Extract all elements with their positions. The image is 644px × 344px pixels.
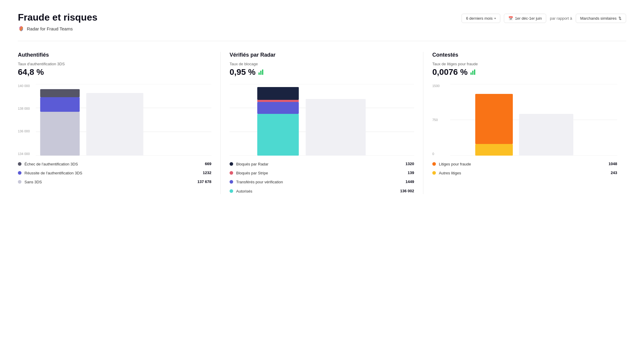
page-title: Fraude et risques: [18, 12, 97, 23]
legend-verifies: Bloqués par Radar 1320 Bloqués par Strip…: [230, 162, 414, 194]
y-label-4: 134 000: [18, 152, 34, 156]
legend-dot-autres-litiges: [432, 171, 436, 175]
chart-svg-verifies: [230, 84, 414, 156]
legend-label-autorises: Autorisés: [236, 189, 396, 194]
legend-item-echec: Échec de l'authentification 3DS 669: [18, 162, 211, 167]
chart-inner-contestes: [450, 84, 617, 156]
metric-label-contestes: Taux de litiges pour fraude: [432, 62, 617, 66]
svg-rect-15: [257, 87, 299, 100]
period-button[interactable]: 6 derniers mois ▾: [462, 14, 500, 23]
legend-label-reussite: Réussite de l'authentification 3DS: [24, 171, 193, 176]
legend-label-transferes: Transférés pour vérification: [236, 179, 396, 185]
y-label-3: 136 000: [18, 129, 34, 133]
header-left: Fraude et risques Radar for Fraud Teams: [18, 12, 97, 32]
bar-chart-icon-contestes: [470, 69, 475, 75]
date-range-label: 1er déc-1er juin: [515, 16, 542, 21]
legend-dot-reussite: [18, 171, 21, 175]
page-header: Fraude et risques Radar for Fraud Teams …: [18, 12, 626, 32]
svg-rect-13: [257, 102, 299, 114]
par-rapport-label: par rapport à: [550, 16, 572, 21]
metric-value-verifies: 0,95 %: [230, 67, 414, 77]
svg-rect-21: [475, 94, 513, 144]
legend-dot-autorises: [230, 189, 233, 193]
updown-icon: ⇅: [618, 16, 622, 21]
svg-rect-22: [519, 114, 573, 156]
metric-label-authentifies: Taux d'authentification 3DS: [18, 62, 211, 66]
y-axis-authentifies: 140 000 138 000 136 000 134 000: [18, 84, 34, 156]
legend-item-reussite: Réussite de l'authentification 3DS 1232: [18, 171, 211, 176]
legend-value-autorises: 136 002: [399, 189, 414, 193]
legend-value-bloques-radar: 1320: [399, 162, 414, 166]
section-title-authentifies: Authentifiés: [18, 52, 211, 58]
legend-dot-echec: [18, 162, 21, 166]
header-controls: 6 derniers mois ▾ 📅 1er déc-1er juin par…: [462, 14, 626, 23]
bar-chart-icon-verifies: [258, 69, 263, 75]
marchands-button[interactable]: Marchands similaires ⇅: [576, 14, 626, 23]
legend-dot-bloques-stripe: [230, 171, 233, 175]
y-label-1500: 1500: [432, 84, 449, 88]
svg-rect-6: [40, 89, 80, 97]
svg-rect-12: [257, 114, 299, 156]
legend-item-litiges-fraude: Litiges pour fraude 1048: [432, 162, 617, 167]
section-contestes: Contestés Taux de litiges pour fraude 0,…: [423, 52, 626, 194]
chart-area-contestes: 1500 750 0: [432, 84, 617, 156]
legend-label-autres-litiges: Autres litiges: [439, 171, 599, 176]
metric-number-contestes: 0,0076 %: [432, 67, 467, 77]
legend-value-bloques-stripe: 139: [399, 171, 414, 175]
calendar-icon: 📅: [508, 16, 513, 21]
legend-dot-litiges-fraude: [432, 162, 436, 166]
section-verifies: Vérifiés par Radar Taux de blocage 0,95 …: [221, 52, 423, 194]
charts-grid: Authentifiés Taux d'authentification 3DS…: [18, 52, 626, 194]
metric-label-verifies: Taux de blocage: [230, 62, 414, 66]
section-authentifies: Authentifiés Taux d'authentification 3DS…: [18, 52, 221, 194]
legend-dot-sans3ds: [18, 180, 21, 184]
legend-item-bloques-stripe: Bloqués par Stripe 139: [230, 171, 414, 176]
marchands-label: Marchands similaires: [580, 16, 617, 21]
legend-value-reussite: 1232: [196, 171, 211, 175]
svg-rect-7: [86, 93, 143, 156]
radar-badge: Radar for Fraud Teams: [18, 25, 97, 32]
svg-rect-4: [40, 112, 80, 156]
svg-rect-14: [257, 100, 299, 102]
metric-value-contestes: 0,0076 %: [432, 67, 617, 77]
radar-label: Radar for Fraud Teams: [27, 26, 73, 31]
y-label-2: 138 000: [18, 107, 34, 110]
legend-label-bloques-radar: Bloqués par Radar: [236, 162, 396, 167]
chart-svg-authentifies: [36, 84, 211, 156]
legend-item-autres-litiges: Autres litiges 243: [432, 171, 617, 176]
legend-label-echec: Échec de l'authentification 3DS: [24, 162, 193, 167]
legend-dot-transferes: [230, 180, 233, 184]
legend-item-transferes: Transférés pour vérification 1449: [230, 179, 414, 185]
chart-inner-verifies: [230, 84, 414, 156]
legend-contestes: Litiges pour fraude 1048 Autres litiges …: [432, 162, 617, 176]
legend-value-litiges-fraude: 1048: [602, 162, 617, 166]
legend-label-sans3ds: Sans 3DS: [24, 179, 193, 185]
legend-value-autres-litiges: 243: [602, 171, 617, 175]
legend-value-transferes: 1449: [399, 179, 414, 184]
date-range-display: 📅 1er déc-1er juin: [504, 14, 546, 23]
svg-rect-5: [40, 97, 80, 112]
y-axis-contestes: 1500 750 0: [432, 84, 449, 156]
metric-number-verifies: 0,95 %: [230, 67, 256, 77]
svg-rect-20: [475, 144, 513, 156]
chart-area-verifies: [230, 84, 414, 156]
legend-label-litiges-fraude: Litiges pour fraude: [439, 162, 599, 167]
legend-value-sans3ds: 137 678: [196, 179, 211, 184]
legend-value-echec: 669: [196, 162, 211, 166]
y-label-750: 750: [432, 118, 449, 122]
legend-item-sans3ds: Sans 3DS 137 678: [18, 179, 211, 185]
svg-rect-16: [306, 99, 366, 156]
legend-item-autorises: Autorisés 136 002: [230, 189, 414, 194]
period-label: 6 derniers mois: [466, 16, 493, 21]
chart-area-authentifies: 140 000 138 000 136 000 134 000: [18, 84, 211, 156]
metric-number-authentifies: 64,8 %: [18, 67, 44, 77]
chart-inner-authentifies: [36, 84, 211, 156]
y-label-1: 140 000: [18, 84, 34, 88]
legend-authentifies: Échec de l'authentification 3DS 669 Réus…: [18, 162, 211, 185]
section-title-contestes: Contestés: [432, 52, 617, 58]
radar-icon: [18, 25, 24, 32]
chevron-down-icon: ▾: [494, 17, 496, 20]
chart-svg-contestes: [450, 84, 617, 156]
y-label-0: 0: [432, 152, 449, 156]
divider: [18, 41, 626, 41]
